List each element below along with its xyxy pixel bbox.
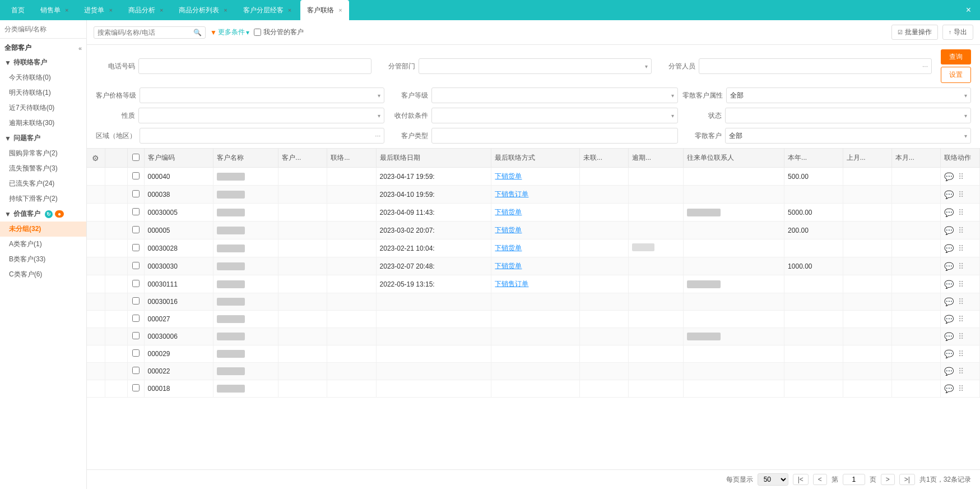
nav-tab-purchase[interactable]: 进货单 × [77, 0, 119, 20]
row-checkbox[interactable] [132, 190, 140, 197]
customer-contact-tab-close[interactable]: × [338, 0, 342, 20]
td-last-contact-method[interactable] [491, 293, 580, 311]
product-list-tab-close[interactable]: × [224, 0, 227, 20]
row-checkbox[interactable] [132, 208, 140, 215]
filter-search-icon[interactable]: 🔍 [193, 29, 202, 36]
th-settings[interactable]: ⚙ [87, 149, 105, 168]
grid-icon[interactable]: ⠿ [958, 208, 964, 217]
region-select[interactable]: ··· [140, 128, 384, 144]
select-all-checkbox[interactable] [132, 154, 140, 161]
row-checkbox[interactable] [132, 384, 140, 391]
scoring-refresh-icon[interactable]: ↻ [45, 210, 53, 218]
td-last-contact-method[interactable]: 下销货单 [491, 204, 580, 222]
row-checkbox[interactable] [132, 262, 140, 269]
manager-dotdot[interactable]: ··· [922, 62, 928, 70]
sidebar-item-overdue-pending[interactable]: 逾期未联络(30) [0, 116, 86, 131]
sidebar-item-tomorrow-pending[interactable]: 明天待联络(1) [0, 85, 86, 100]
td-last-contact-method[interactable] [491, 363, 580, 380]
chat-icon[interactable]: 💬 [944, 384, 954, 393]
customer-type-select[interactable] [431, 128, 677, 144]
chat-icon[interactable]: 💬 [944, 262, 954, 271]
sidebar-item-a-class[interactable]: A类客户(1) [0, 237, 86, 252]
chat-icon[interactable]: 💬 [944, 349, 954, 358]
chat-icon[interactable]: 💬 [944, 367, 954, 376]
grid-icon[interactable]: ⠿ [958, 226, 964, 235]
retail-attr-select[interactable]: 全部 ▾ [726, 87, 971, 103]
all-customers-header[interactable]: 全部客户 « [0, 39, 86, 55]
query-button[interactable]: 查询 [941, 49, 971, 64]
row-checkbox[interactable] [132, 244, 140, 251]
manager-select[interactable]: ··· [699, 58, 932, 74]
td-last-contact-method[interactable]: 下销售订单 [491, 186, 580, 204]
row-checkbox[interactable] [132, 332, 140, 339]
last-page-button[interactable]: >| [899, 474, 915, 485]
grid-icon[interactable]: ⠿ [958, 315, 964, 324]
sidebar-search-input[interactable] [4, 25, 87, 33]
nav-tab-home[interactable]: 首页 [4, 0, 31, 20]
contact-method-link[interactable]: 下销售订单 [495, 190, 528, 198]
nav-tab-product-list[interactable]: 商品分析列表 × [172, 0, 234, 20]
td-last-contact-method[interactable]: 下销货单 [491, 168, 580, 186]
customer-level-select[interactable]: ▾ [431, 87, 677, 103]
row-checkbox[interactable] [132, 315, 140, 322]
grid-icon[interactable]: ⠿ [958, 349, 964, 358]
grid-icon[interactable]: ⠿ [958, 367, 964, 376]
page-size-select[interactable]: 50 100 [758, 473, 788, 486]
pending-group-header[interactable]: ▼ 待联络客户 [0, 55, 86, 70]
grid-icon[interactable]: ⠿ [958, 332, 964, 341]
row-checkbox[interactable] [132, 367, 140, 374]
price-level-select[interactable]: ▾ [140, 87, 384, 103]
chat-icon[interactable]: 💬 [944, 315, 954, 324]
purchase-tab-close[interactable]: × [109, 0, 112, 20]
grid-icon[interactable]: ⠿ [958, 172, 964, 181]
reset-button[interactable]: 设置 [941, 67, 971, 83]
nav-tab-product-analysis[interactable]: 商品分析 × [122, 0, 170, 20]
contact-method-link[interactable]: 下销货单 [495, 172, 522, 180]
nature-select[interactable]: ▾ [138, 108, 384, 123]
grid-icon[interactable]: ⠿ [958, 280, 964, 289]
row-checkbox[interactable] [132, 297, 140, 305]
contact-method-link[interactable]: 下销货单 [495, 226, 522, 234]
product-analysis-tab-close[interactable]: × [160, 0, 163, 20]
retail-customer-select[interactable]: 全部 ▾ [725, 128, 971, 144]
sidebar-item-today-pending[interactable]: 今天待联络(0) [0, 70, 86, 85]
td-last-contact-method[interactable] [491, 345, 580, 363]
nav-tab-sales[interactable]: 销售单 × [34, 0, 75, 20]
contact-method-link[interactable]: 下销售订单 [495, 280, 528, 288]
contact-method-link[interactable]: 下销货单 [495, 244, 522, 252]
my-customers-checkbox[interactable] [254, 29, 261, 36]
export-button[interactable]: ↑ 导出 [942, 25, 973, 40]
settings-icon[interactable]: ⚙ [92, 154, 99, 163]
row-checkbox[interactable] [132, 226, 140, 233]
next-page-button[interactable]: > [881, 474, 895, 485]
customer-segment-tab-close[interactable]: × [288, 0, 291, 20]
chat-icon[interactable]: 💬 [944, 172, 954, 181]
sidebar-item-b-class[interactable]: B类客户(33) [0, 252, 86, 267]
chat-icon[interactable]: 💬 [944, 297, 954, 306]
td-last-contact-method[interactable] [491, 311, 580, 328]
chat-icon[interactable]: 💬 [944, 226, 954, 235]
region-dotdot[interactable]: ··· [375, 132, 380, 140]
sidebar-item-week-pending[interactable]: 近7天待联络(0) [0, 100, 86, 116]
prev-page-button[interactable]: < [813, 474, 827, 485]
problem-group-header[interactable]: ▼ 问题客户 [0, 131, 86, 146]
grid-icon[interactable]: ⠿ [958, 384, 964, 393]
status-select[interactable]: ▾ [725, 108, 971, 123]
chat-icon[interactable]: 💬 [944, 244, 954, 253]
more-conditions-button[interactable]: ▼ 更多条件 ▾ [210, 27, 249, 37]
td-last-contact-method[interactable]: 下销货单 [491, 257, 580, 275]
sales-tab-close[interactable]: × [65, 0, 68, 20]
contact-method-link[interactable]: 下销货单 [495, 262, 522, 270]
sidebar-item-ungroup[interactable]: 未分组(32) [0, 222, 86, 237]
nav-tab-customer-contact[interactable]: 客户联络 × [300, 0, 349, 20]
batch-operation-button[interactable]: ☑ 批量操作 [891, 25, 938, 40]
grid-icon[interactable]: ⠿ [958, 244, 964, 253]
row-checkbox[interactable] [132, 349, 140, 357]
contact-method-link[interactable]: 下销货单 [495, 208, 522, 216]
th-check[interactable] [127, 149, 144, 168]
td-last-contact-method[interactable]: 下销货单 [491, 222, 580, 239]
payment-select[interactable]: ▾ [431, 108, 677, 123]
chat-icon[interactable]: 💬 [944, 280, 954, 289]
phone-input[interactable] [138, 58, 371, 74]
td-last-contact-method[interactable]: 下销售订单 [491, 275, 580, 293]
